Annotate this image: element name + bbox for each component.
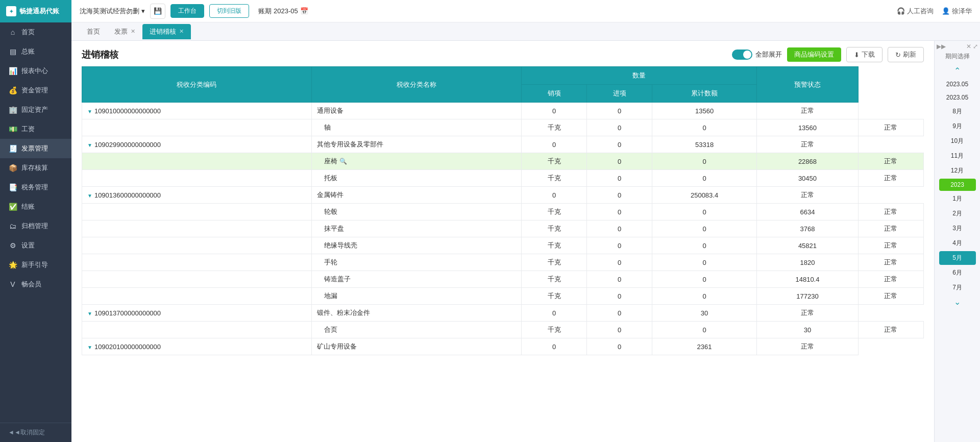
period-8[interactable]: 8月	[939, 105, 976, 118]
tab-invoice[interactable]: 发票 ✕	[107, 24, 142, 39]
table-row-total: 6634	[757, 204, 859, 220]
period-year-2023[interactable]: 2023	[939, 179, 976, 191]
tab-home[interactable]: 首页	[80, 24, 107, 39]
table-row-sales: 0	[522, 103, 587, 119]
sidebar-footer-unpin[interactable]: ◄◄取消固定	[0, 423, 71, 442]
unpin-label: ◄◄取消固定	[8, 428, 45, 437]
download-label: 下载	[862, 50, 875, 59]
expand-icon[interactable]: ▼	[87, 311, 92, 316]
save-button[interactable]: 💾	[150, 4, 165, 19]
table-row-code	[82, 254, 312, 271]
service-button[interactable]: 🎧 人工咨询	[897, 7, 934, 16]
table-row-total: 13560	[652, 103, 757, 119]
period-12[interactable]: 12月	[939, 164, 976, 178]
expand-icon[interactable]: ▼	[87, 193, 92, 199]
page-title: 进销稽核	[82, 48, 118, 61]
page-content: 进销稽核 全部展开 商品编码设置 ⬇ 下载 ↻ 刷新	[71, 41, 980, 442]
sidebar-item-member[interactable]: V 畅会员	[0, 275, 71, 294]
table-row-sales: 0	[587, 254, 652, 271]
sidebar-item-invoice[interactable]: 🧾 发票管理	[0, 139, 71, 158]
table-row-name: 手轮	[311, 254, 521, 271]
period-1[interactable]: 1月	[939, 192, 976, 206]
tax-icon: 📑	[8, 183, 17, 191]
period-2023-05-2[interactable]: 2023.05	[939, 91, 976, 104]
ledger-icon: ▤	[8, 47, 17, 56]
sidebar-item-ledger[interactable]: ▤ 总账	[0, 42, 71, 61]
period-2[interactable]: 2月	[939, 207, 976, 220]
period-2023-05-top[interactable]: 2023.05	[939, 78, 976, 90]
period-3[interactable]: 3月	[939, 222, 976, 235]
refresh-btn[interactable]: ↻ 刷新	[888, 47, 924, 62]
table-row-purchase: 0	[587, 136, 652, 153]
sidebar-item-checkout[interactable]: ✅ 结账	[0, 197, 71, 216]
tab-reconcile-close[interactable]: ✕	[179, 28, 184, 35]
table-row-status: 正常	[858, 254, 923, 271]
expand-icon[interactable]: ▼	[87, 345, 92, 350]
sidebar-item-archive[interactable]: 🗂 归档管理	[0, 216, 71, 236]
table-row-sales: 0	[587, 119, 652, 136]
company-selector[interactable]: 沈海英测试经营勿删 ▾	[80, 7, 145, 16]
download-btn[interactable]: ⬇ 下载	[846, 47, 883, 62]
sidebar-item-label: 结账	[21, 202, 35, 211]
sidebar-item-inventory[interactable]: 📦 库存核算	[0, 158, 71, 178]
period-6[interactable]: 6月	[939, 266, 976, 280]
panel-up-arrow[interactable]: ⌃	[952, 64, 963, 78]
table-row-purchase: 0	[652, 288, 757, 305]
table-row: 轴 千克 0 0 13560 正常	[82, 119, 924, 136]
panel-close-icon[interactable]: ✕ ⤢	[966, 43, 978, 50]
sidebar-item-salary[interactable]: 💵 工资	[0, 119, 71, 139]
tab-invoice-close[interactable]: ✕	[131, 28, 135, 35]
sidebar-item-label: 新手引导	[21, 260, 48, 269]
main-area: 沈海英测试经营勿删 ▾ 💾 工作台 切到旧版 账期 2023-05 📅 🎧 人工…	[71, 0, 980, 442]
refresh-label: 刷新	[903, 50, 916, 59]
sidebar-item-label: 报表中心	[21, 66, 48, 76]
table-row-sales: 0	[587, 170, 652, 187]
user-profile[interactable]: 👤 徐泽华	[942, 7, 972, 16]
table-row-total: 30450	[757, 170, 859, 187]
switch-version-button[interactable]: 切到旧版	[209, 4, 249, 18]
topbar: 沈海英测试经营勿删 ▾ 💾 工作台 切到旧版 账期 2023-05 📅 🎧 人工…	[71, 0, 980, 22]
expand-icon[interactable]: ▼	[87, 109, 92, 114]
period-9[interactable]: 9月	[939, 119, 976, 133]
sidebar-item-assets[interactable]: 🏢 固定资产	[0, 100, 71, 119]
expand-icon[interactable]: ▼	[87, 142, 92, 148]
sidebar-item-tax[interactable]: 📑 税务管理	[0, 178, 71, 197]
expand-toggle[interactable]	[732, 50, 752, 60]
sidebar-item-report[interactable]: 📊 报表中心	[0, 61, 71, 81]
period-7[interactable]: 7月	[939, 281, 976, 294]
sidebar-item-home[interactable]: ⌂ 首页	[0, 22, 71, 42]
calendar-icon[interactable]: 📅	[300, 7, 308, 15]
table-row-sales: 0	[587, 220, 652, 237]
table-row-code: ▼109029900000000000	[82, 136, 312, 153]
table-row-status: 正常	[858, 237, 923, 254]
table-row-name: 矿山专用设备	[311, 338, 521, 355]
table-row-code	[82, 220, 312, 237]
table-row: 抹平盘 千克 0 0 3768 正常	[82, 220, 924, 237]
table-row-purchase: 0	[652, 322, 757, 338]
table-row-sales: 0	[522, 136, 587, 153]
period-5[interactable]: 5月	[939, 251, 976, 265]
period-11[interactable]: 11月	[939, 149, 976, 163]
table-row-unit: 千克	[522, 170, 587, 187]
period-4[interactable]: 4月	[939, 236, 976, 250]
table-row-status: 正常	[858, 119, 923, 136]
table-row-purchase: 0	[652, 204, 757, 220]
sidebar-item-guide[interactable]: 🌟 新手引导	[0, 255, 71, 275]
product-code-btn[interactable]: 商品编码设置	[787, 47, 841, 62]
panel-down-arrow[interactable]: ⌄	[952, 295, 963, 309]
table-row-name: 合页	[311, 322, 521, 338]
tab-reconcile[interactable]: 进销稽核 ✕	[142, 24, 191, 39]
period-10[interactable]: 10月	[939, 134, 976, 148]
table-row: 轮毂 千克 0 0 6634 正常	[82, 204, 924, 220]
table-row-sales: 0	[587, 204, 652, 220]
sidebar-item-settings[interactable]: ⚙ 设置	[0, 236, 71, 255]
table-row-name: 地漏	[311, 288, 521, 305]
workspace-button[interactable]: 工作台	[170, 4, 204, 18]
search-icon[interactable]: 🔍	[339, 158, 347, 165]
sidebar-item-funds[interactable]: 💰 资金管理	[0, 81, 71, 100]
table-row-unit: 千克	[522, 153, 587, 170]
chevron-down-icon: ▾	[141, 7, 145, 15]
table-row-purchase: 0	[652, 170, 757, 187]
panel-expand-icon[interactable]: ▶▶	[937, 43, 946, 50]
page-actions: 全部展开 商品编码设置 ⬇ 下载 ↻ 刷新	[732, 47, 924, 62]
